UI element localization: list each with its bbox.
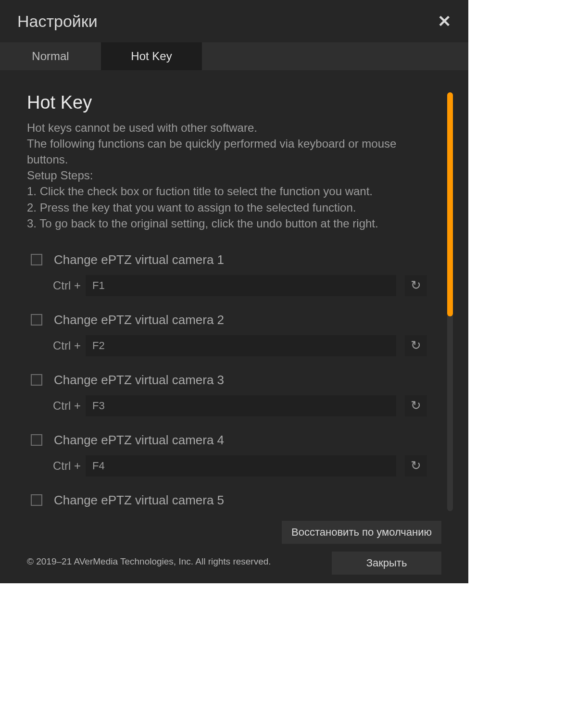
hotkey-item: Change ePTZ virtual camera 3 Ctrl + ↻	[31, 373, 427, 416]
hotkey-key-input[interactable]	[86, 275, 396, 296]
scrollbar-thumb[interactable]	[447, 92, 453, 316]
hotkey-checkbox[interactable]	[31, 314, 42, 326]
window-title: Настройки	[17, 12, 98, 31]
hotkey-modifier: Ctrl +	[53, 279, 81, 292]
hotkey-list: Change ePTZ virtual camera 1 Ctrl + ↻ Ch…	[27, 252, 441, 508]
close-button[interactable]: Закрыть	[332, 552, 441, 575]
content-area: Hot Key Hot keys cannot be used with oth…	[0, 70, 468, 521]
section-title: Hot Key	[27, 92, 441, 113]
hotkey-title: Change ePTZ virtual camera 2	[54, 313, 224, 327]
hotkey-key-input[interactable]	[86, 335, 396, 356]
hotkey-title[interactable]: Change ePTZ virtual camera 3	[54, 373, 224, 388]
desc-line: The following functions can be quickly p…	[27, 136, 421, 167]
settings-dialog: Настройки ✕ Normal Hot Key Hot Key Hot k…	[0, 0, 468, 583]
desc-line: 3. To go back to the original setting, c…	[27, 215, 421, 231]
tab-bar: Normal Hot Key	[0, 42, 468, 70]
tab-normal[interactable]: Normal	[0, 42, 101, 70]
hotkey-title[interactable]: Change ePTZ virtual camera 4	[54, 433, 224, 448]
dialog-footer: Восстановить по умолчанию Закрыть © 2019…	[0, 521, 468, 583]
hotkey-title[interactable]: Change ePTZ virtual camera 1	[54, 252, 224, 267]
close-icon[interactable]: ✕	[438, 13, 451, 29]
vertical-scrollbar[interactable]	[447, 92, 453, 511]
desc-line: 2. Press the key that you want to assign…	[27, 200, 421, 215]
hotkey-item: Change ePTZ virtual camera 1 Ctrl + ↻	[31, 252, 427, 296]
hotkey-checkbox[interactable]	[31, 494, 42, 506]
tab-hotkey[interactable]: Hot Key	[101, 42, 202, 70]
hotkey-key-input[interactable]	[86, 395, 396, 416]
desc-line: Hot keys cannot be used with other softw…	[27, 120, 421, 136]
hotkey-checkbox[interactable]	[31, 254, 42, 265]
title-bar: Настройки ✕	[0, 0, 468, 42]
hotkey-title[interactable]: Change ePTZ virtual camera 5	[54, 493, 224, 508]
copyright-text: © 2019–21 AVerMedia Technologies, Inc. A…	[27, 556, 271, 567]
hotkey-modifier: Ctrl +	[53, 399, 81, 413]
desc-line: Setup Steps:	[27, 167, 421, 183]
hotkey-modifier: Ctrl +	[53, 339, 81, 352]
hotkey-item: Change ePTZ virtual camera 4 Ctrl + ↻	[31, 433, 427, 477]
hotkey-item: Change ePTZ virtual camera 2 Ctrl + ↻	[31, 313, 427, 356]
undo-icon[interactable]: ↻	[405, 395, 427, 416]
undo-icon[interactable]: ↻	[405, 335, 427, 356]
desc-line: 1. Click the check box or fuction title …	[27, 183, 421, 199]
hotkey-key-input[interactable]	[86, 455, 396, 477]
hotkey-item: Change ePTZ virtual camera 5	[31, 493, 427, 508]
restore-defaults-button[interactable]: Восстановить по умолчанию	[282, 521, 441, 544]
hotkey-checkbox[interactable]	[31, 434, 42, 446]
undo-icon[interactable]: ↻	[405, 455, 427, 477]
hotkey-checkbox[interactable]	[31, 374, 42, 386]
section-description: Hot keys cannot be used with other softw…	[27, 120, 421, 231]
undo-icon[interactable]: ↻	[405, 275, 427, 296]
hotkey-modifier: Ctrl +	[53, 459, 81, 473]
